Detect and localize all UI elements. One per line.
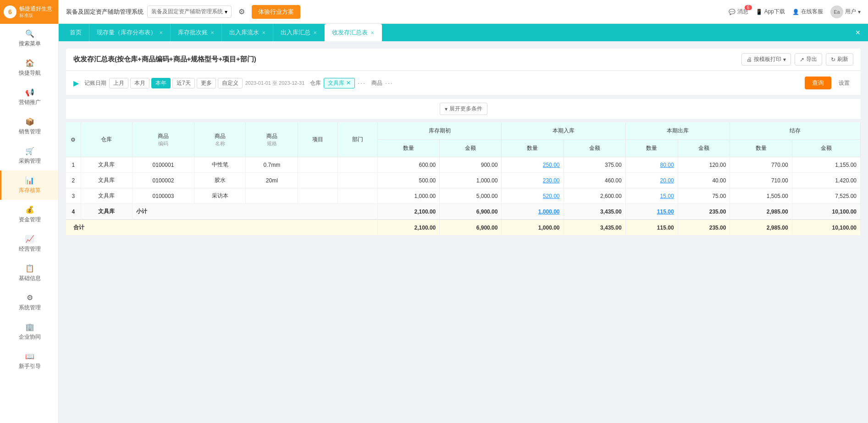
tab-close-icon[interactable]: ✕: [210, 30, 214, 35]
settings-gear-icon[interactable]: ⚙: [235, 5, 248, 18]
logo-sub: 标准版: [19, 12, 52, 19]
cell-closing-qty: 770.00: [730, 157, 792, 173]
app-download-button[interactable]: 📱 App下载: [756, 8, 785, 16]
system-dropdown[interactable]: 装备及固定资产辅助管理系统 ▾: [147, 5, 232, 18]
th-goods-code: 商品编码: [132, 122, 194, 157]
sidebar-item-quick[interactable]: 🏠 快捷导航: [0, 53, 58, 82]
filter-expand-section: ▾ 展开更多条件: [66, 99, 861, 119]
sidebar-item-system[interactable]: ⚙ 系统管理: [0, 288, 58, 317]
warehouse-more-dots[interactable]: ···: [358, 79, 366, 87]
subtotal-warehouse: 文具库: [81, 204, 132, 220]
message-button[interactable]: 💬 消息 6: [729, 8, 748, 16]
date-range: 2023-01-01 至 2023-12-31: [245, 80, 305, 87]
search-icon: 🔍: [25, 29, 34, 38]
date-btn-last-month[interactable]: 上月: [109, 78, 128, 88]
cell-opening-amt: 5,000.00: [440, 188, 502, 204]
cell-out-qty[interactable]: 15.00: [625, 188, 678, 204]
sidebar-item-purchase[interactable]: 🛒 采购管理: [0, 141, 58, 170]
tab-receive-send[interactable]: 收发存汇总表 ✕: [325, 24, 382, 41]
tab-inventory-dist[interactable]: 现存量（库存分布表） ✕: [89, 24, 171, 41]
cell-project: [298, 188, 338, 204]
total-out-amt: 235.00: [678, 220, 730, 236]
sidebar-item-guide[interactable]: 📖 新手引导: [0, 346, 58, 376]
sidebar-item-sales[interactable]: 📦 销售管理: [0, 112, 58, 141]
sidebar-logo: 6 畅捷通好生意 标准版: [0, 0, 58, 24]
th-settings[interactable]: ⚙: [66, 122, 81, 157]
tab-batch[interactable]: 库存批次账 ✕: [171, 24, 222, 41]
cell-goods-spec: 0.7mm: [246, 157, 298, 173]
warehouse-tag[interactable]: 文具库 ✕: [324, 78, 355, 88]
total-out-qty: 115.00: [625, 220, 678, 236]
th-in-qty: 数量: [502, 140, 564, 157]
cell-out-qty[interactable]: 20.00: [625, 173, 678, 188]
right-actions: 🖨 按模板打印 ▾ ↗ 导出 ↻ 刷新: [741, 53, 853, 66]
sidebar-item-finance[interactable]: 💰 资金管理: [0, 200, 58, 229]
cell-opening-qty: 600.00: [378, 157, 440, 173]
th-in: 本期入库: [502, 122, 625, 140]
th-in-amt: 金额: [564, 140, 625, 157]
export-icon: ↗: [800, 56, 804, 63]
cell-opening-qty: 500.00: [378, 173, 440, 188]
print-button[interactable]: 🖨 按模板打印 ▾: [741, 53, 791, 66]
tab-summary[interactable]: 出入库汇总 ✕: [273, 24, 325, 41]
cell-project: [298, 157, 338, 173]
query-button[interactable]: 查询: [805, 77, 831, 89]
sidebar-item-enterprise[interactable]: 🏢 企业协同: [0, 317, 58, 346]
th-closing-amt: 金额: [792, 140, 860, 157]
date-btn-custom[interactable]: 自定义: [218, 78, 243, 88]
filter-settings-btn[interactable]: 设置: [835, 77, 853, 89]
th-out-qty: 数量: [625, 140, 678, 157]
sidebar-item-label: 销售管理: [19, 128, 41, 136]
filter-bar: ▶ 记账日期 上月 本月 本年 近7天 更多 自定义 2023-01-01 至 …: [66, 71, 861, 95]
date-buttons: 上月 本月 本年 近7天 更多 自定义: [109, 78, 243, 88]
trial-button[interactable]: 体验行业方案: [252, 5, 300, 19]
header-right: 💬 消息 6 📱 App下载 👤 在线客服 Ea 用户 ▾: [729, 5, 861, 18]
goods-filter-group: 商品 ···: [371, 79, 393, 87]
date-btn-this-month[interactable]: 本月: [130, 78, 149, 88]
sidebar-item-marketing[interactable]: 📢 营销推广: [0, 82, 58, 112]
cell-in-qty[interactable]: 250.00: [502, 157, 564, 173]
goods-more-dots[interactable]: ···: [385, 79, 393, 87]
date-btn-this-year[interactable]: 本年: [151, 78, 171, 88]
sidebar-item-inventory[interactable]: 📊 库存核算: [0, 170, 58, 200]
subtotal-out-qty[interactable]: 115.00: [625, 204, 678, 220]
subtotal-opening-amt: 6,900.00: [440, 204, 502, 220]
tab-close-icon[interactable]: ✕: [370, 30, 374, 35]
tab-close-icon[interactable]: ✕: [159, 30, 163, 35]
sidebar-item-operations[interactable]: 📈 经营管理: [0, 229, 58, 258]
date-btn-more[interactable]: 更多: [197, 78, 216, 88]
page-top-bar: 收发存汇总表(按仓库+商品编码+商品+规格型号+项目+部门) 🖨 按模板打印 ▾…: [66, 49, 861, 71]
cell-opening-amt: 900.00: [440, 157, 502, 173]
export-button[interactable]: ↗ 导出: [795, 53, 822, 66]
tab-flow[interactable]: 出入库流水 ✕: [222, 24, 273, 41]
date-btn-7days[interactable]: 近7天: [172, 78, 195, 88]
cell-in-qty[interactable]: 520.00: [502, 188, 564, 204]
sidebar-item-label: 企业协同: [19, 333, 41, 341]
sidebar-item-basic[interactable]: 📋 基础信息: [0, 258, 58, 288]
main-content: 装备及固定资产辅助管理系统 装备及固定资产辅助管理系统 ▾ ⚙ 体验行业方案 💬…: [59, 0, 868, 423]
tab-bar-close-icon[interactable]: ✕: [851, 25, 864, 40]
sidebar-nav: 🔍 搜索菜单 🏠 快捷导航 📢 营销推广 📦 销售管理 🛒 采购管理 📊 库存核…: [0, 24, 58, 423]
filter-arrow-icon[interactable]: ▶: [73, 79, 79, 88]
tab-close-icon[interactable]: ✕: [262, 30, 265, 35]
tab-home[interactable]: 首页: [62, 24, 89, 41]
expand-conditions-button[interactable]: ▾ 展开更多条件: [440, 103, 487, 115]
refresh-button[interactable]: ↻ 刷新: [826, 53, 853, 66]
sidebar-item-search[interactable]: 🔍 搜索菜单: [0, 24, 58, 53]
subtotal-in-qty[interactable]: 1,000.00: [502, 204, 564, 220]
cell-in-amt: 460.00: [564, 173, 625, 188]
warehouse-tag-close-icon[interactable]: ✕: [346, 80, 351, 86]
operations-icon: 📈: [25, 235, 34, 243]
cell-out-qty[interactable]: 80.00: [625, 157, 678, 173]
total-opening-qty: 2,100.00: [378, 220, 440, 236]
sidebar-item-label: 搜索菜单: [19, 40, 41, 48]
chevron-down-icon: ▾: [225, 9, 227, 15]
cell-in-qty[interactable]: 230.00: [502, 173, 564, 188]
tab-close-icon[interactable]: ✕: [313, 30, 317, 35]
marketing-icon: 📢: [25, 88, 34, 97]
sidebar-item-label: 资金管理: [19, 216, 41, 224]
avatar: Ea: [830, 5, 843, 18]
user-menu[interactable]: Ea 用户 ▾: [830, 5, 861, 18]
subtotal-out-amt: 235.00: [678, 204, 730, 220]
online-service-button[interactable]: 👤 在线客服: [792, 8, 823, 16]
